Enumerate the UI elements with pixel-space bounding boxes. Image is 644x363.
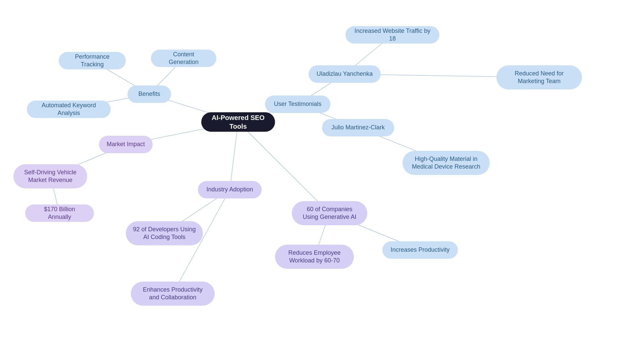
node-self-driving[interactable]: Self-Driving Vehicle Market Revenue [13, 164, 87, 188]
svg-line-7 [230, 122, 238, 190]
node-high-quality[interactable]: High-Quality Material in Medical Device … [402, 151, 490, 175]
node-julio[interactable]: Julio Martinez-Clark [322, 119, 394, 136]
node-170-billion[interactable]: $170 Billion Annually [25, 204, 94, 222]
node-content-generation[interactable]: Content Generation [151, 50, 216, 67]
node-92-developers[interactable]: 92 of Developers Using AI Coding Tools [126, 221, 203, 245]
center-node[interactable]: AI-Powered SEO Tools [201, 112, 275, 132]
node-reduced-marketing[interactable]: Reduced Need for Marketing Team [496, 65, 582, 89]
node-increased-website[interactable]: Increased Website Traffic by 18 [345, 26, 439, 44]
node-60-companies[interactable]: 60 of Companies Using Generative AI [292, 201, 367, 225]
node-market-impact[interactable]: Market Impact [99, 136, 153, 153]
node-uladizlau[interactable]: Uladizlau Yanchenka [309, 65, 381, 83]
node-reduces-workload[interactable]: Reduces Employee Workload by 60-70 [275, 245, 354, 269]
node-benefits[interactable]: Benefits [127, 85, 171, 103]
node-user-testimonials[interactable]: User Testimonials [265, 96, 330, 113]
node-enhances-productivity[interactable]: Enhances Productivity and Collaboration [131, 282, 215, 306]
node-industry-adoption[interactable]: Industry Adoption [198, 181, 262, 198]
node-increases-productivity[interactable]: Increases Productivity [382, 241, 458, 259]
svg-line-16 [238, 122, 330, 213]
node-automated-keyword[interactable]: Automated Keyword Analysis [27, 101, 111, 118]
mindmap-container: AI-Powered SEO ToolsBenefitsPerformance … [0, 0, 644, 363]
node-performance-tracking[interactable]: Performance Tracking [59, 52, 126, 69]
